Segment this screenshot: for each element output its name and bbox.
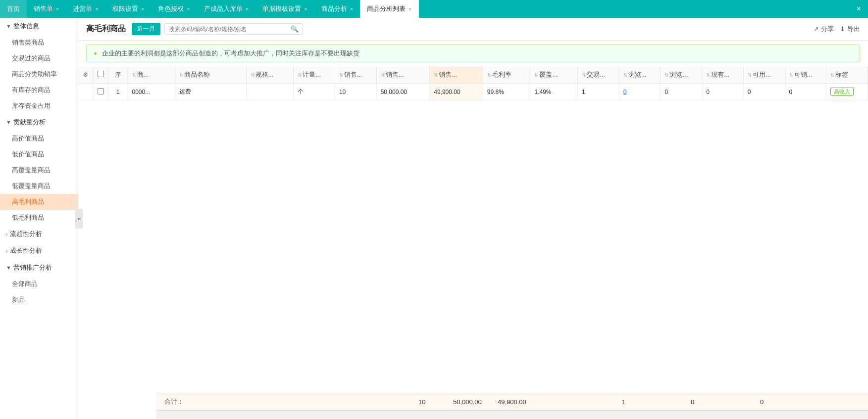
topbar-item-role[interactable]: 角色授权 × [151,0,197,18]
sidebar-item-new-goods[interactable]: 新品 [0,292,78,308]
footer-row: 合计： 10 50,000.00 49,900.00 1 0 0 [156,393,868,410]
th-index: 序 [108,66,128,84]
horizontal-scrollbar[interactable] [156,410,868,419]
sidebar-item-high-value[interactable]: 高价值商品 [0,131,78,146]
sidebar-item-low-margin[interactable]: 低毛利商品 [0,210,78,226]
arrow-marketing: ▼ [6,265,11,271]
search-input[interactable] [169,26,291,33]
row-code: 0000... [128,84,175,100]
sidebar-item-category-rate[interactable]: 商品分类助销率 [0,66,78,82]
header-actions: ↗ 分享 ⬇ 导出 [814,25,860,34]
select-all-checkbox[interactable] [98,71,104,77]
topbar-item-purchase[interactable]: 进货单 × [66,0,105,18]
th-gear[interactable]: ⚙ [78,66,93,84]
th-browse2[interactable]: ⇅浏览... [661,66,702,84]
topbar-close-all[interactable]: × [850,4,868,13]
th-current-stock[interactable]: ⇅现有... [702,66,744,84]
sidebar-item-low-value[interactable]: 低价值商品 [0,146,78,162]
th-checkbox[interactable] [93,66,108,84]
th-tag[interactable]: ⇅标签 [826,66,868,84]
sidebar-item-all-goods[interactable]: 全部商品 [0,276,78,292]
th-available-stock[interactable]: ⇅可用... [743,66,785,84]
sidebar-item-low-coverage[interactable]: 低覆盖量商品 [0,178,78,194]
row-current-stock: 0 [702,84,744,100]
sidebar-item-high-coverage[interactable]: 高覆盖量商品 [0,162,78,178]
th-transaction[interactable]: ⇅交易... [578,66,619,84]
footer-sales-qty: 10 [414,398,449,406]
row-sales-amount: 50,000.00 [376,84,430,100]
sidebar-item-stocked-goods[interactable]: 有库存的商品 [0,82,78,98]
sidebar-item-inventory-capital[interactable]: 库存资金占用 [0,98,78,114]
th-name[interactable]: ⇅商品名称 [175,66,246,84]
sidebar-group-marketing[interactable]: ▼ 营销推广分析 [0,259,78,276]
sidebar-group-flow[interactable]: › 流趋性分析 [0,226,78,242]
info-banner: ✦ 企业的主要的利润都是这部分商品创造的，可考虑加大推广，同时关注库存是不要出现… [86,45,860,62]
export-icon: ⬇ [840,25,845,33]
sidebar-item-traded-goods[interactable]: 交易过的商品 [0,50,78,66]
scrollbar-inner [156,411,868,411]
table-row[interactable]: 1 0000... 运费 个 10 50,000.00 49,900.00 99… [78,84,868,100]
content-area: 高毛利商品 近一月 🔍 ↗ 分享 ⬇ 导出 ✦ 企业的主要的利润都是这部分商品创… [78,18,868,419]
row-browse1[interactable]: 0 [619,84,661,100]
table-container: ⚙ 序 ⇅商... ⇅商品名称 ⇅规格... ⇅计量... ⇅销售... ⇅销售… [78,66,868,419]
topbar-item-template[interactable]: 单据模板设置 × [255,0,314,18]
share-btn[interactable]: ↗ 分享 [814,25,834,34]
th-unit[interactable]: ⇅计量... [294,66,335,84]
data-table: ⚙ 序 ⇅商... ⇅商品名称 ⇅规格... ⇅计量... ⇅销售... ⇅销售… [78,66,868,100]
row-coverage: 1.49% [530,84,578,100]
footer-sales-profit: 49,900.00 [494,398,538,406]
row-browse2: 0 [661,84,702,100]
search-icon[interactable]: 🔍 [291,25,299,33]
th-sales-profit[interactable]: ⇅销售... [430,66,483,84]
topbar-item-inbound[interactable]: 产成品入库单 × [197,0,255,18]
row-gross-margin: 99.8% [483,84,530,100]
topbar-item-analysis[interactable]: 商品分析 × [314,0,360,18]
topbar-item-permission[interactable]: 权限设置 × [105,0,151,18]
sidebar-item-sales-goods[interactable]: 销售类商品 [0,35,78,50]
arrow-growth: › [6,248,8,254]
topbar-item-analysis-list[interactable]: 商品分析列表 × [360,0,418,18]
table-body: 1 0000... 运费 个 10 50,000.00 49,900.00 99… [78,84,868,100]
export-btn[interactable]: ⬇ 导出 [840,25,860,34]
row-sales-profit: 49,900.00 [430,84,483,100]
sidebar-group-contribution[interactable]: ▼ 贡献量分析 [0,114,78,131]
footer-transaction: 1 [617,398,652,406]
sidebar-group-growth[interactable]: › 成长性分析 [0,242,78,259]
th-gross-margin[interactable]: ⇅毛利率 [483,66,530,84]
close-role-tab[interactable]: × [187,6,190,12]
th-saleable-stock[interactable]: ⇅可销... [785,66,826,84]
row-transaction: 1 [578,84,619,100]
close-permission-tab[interactable]: × [141,6,144,12]
th-sales-amount[interactable]: ⇅销售... [376,66,430,84]
sidebar-group-overall[interactable]: ▼ 整体信息 [0,18,78,35]
row-index: 1 [108,84,128,100]
footer-browse2: 0 [687,398,721,406]
row-available-stock: 0 [743,84,785,100]
close-analysis-tab[interactable]: × [350,6,353,12]
row-unit: 个 [294,84,335,100]
th-code[interactable]: ⇅商... [128,66,175,84]
th-spec[interactable]: ⇅规格... [246,66,294,84]
share-icon: ↗ [814,25,819,33]
topbar-item-home[interactable]: 首页 [0,0,27,18]
footer-available: 0 [756,398,791,406]
row-name: 运费 [175,84,246,100]
close-analysis-list-tab[interactable]: × [408,6,411,12]
sidebar-collapse-btn[interactable]: « [75,209,83,229]
content-header: 高毛利商品 近一月 🔍 ↗ 分享 ⬇ 导出 [78,18,868,41]
topbar-item-sales[interactable]: 销售单 × [27,0,66,18]
close-template-tab[interactable]: × [304,6,307,12]
close-purchase-tab[interactable]: × [95,6,98,12]
page-title: 高毛利商品 [86,24,126,34]
row-checkbox[interactable] [93,84,108,100]
th-coverage[interactable]: ⇅覆盖... [530,66,578,84]
arrow-contribution: ▼ [6,119,11,125]
footer-label: 合计： [156,397,192,406]
th-sales-qty[interactable]: ⇅销售... [335,66,376,84]
row-sales-qty: 10 [335,84,376,100]
th-browse1[interactable]: ⇅浏览... [619,66,661,84]
sidebar-item-high-margin[interactable]: 高毛利商品 [0,194,78,210]
filter-recent-month-btn[interactable]: 近一月 [132,23,160,35]
close-inbound-tab[interactable]: × [246,6,249,12]
close-sales-tab[interactable]: × [56,6,59,12]
